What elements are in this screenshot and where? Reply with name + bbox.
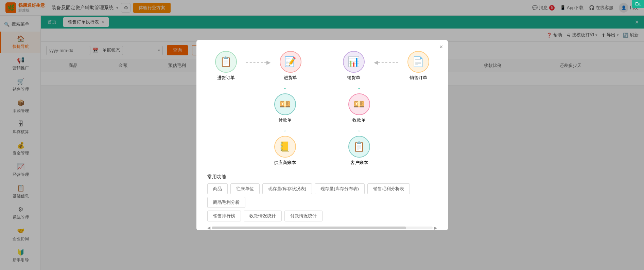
modal-scrollbar[interactable]: ◀ ▶	[207, 226, 437, 230]
flow-node-purchase-bill[interactable]: 📝 进货单	[272, 51, 309, 81]
common-functions-title: 常用功能	[207, 174, 437, 180]
purchase-order-circle: 📋	[215, 51, 237, 73]
btn-collection-stats[interactable]: 收款情况统计	[244, 211, 282, 221]
flow-node-purchase-order[interactable]: 📋 进货订单	[207, 51, 245, 81]
flow-node-customer-ledger[interactable]: 📋 客户账本	[341, 136, 378, 166]
receipt-icon: 💴	[353, 98, 365, 110]
flow-row-2: 💴 付款单 💴 收款单	[207, 91, 437, 126]
common-buttons-row-2: 销售排行榜 收款情况统计 付款情况统计	[207, 211, 437, 221]
customer-ledger-circle: 📋	[348, 136, 370, 158]
supplier-ledger-label: 供应商账本	[274, 160, 296, 166]
receipt-circle: 💴	[348, 93, 370, 115]
purchase-order-icon: 📋	[220, 56, 232, 67]
customer-ledger-icon: 📋	[353, 141, 365, 152]
payment-circle: 💴	[274, 93, 296, 115]
modal-overlay[interactable]: × 📋 进货订单 ▶ 📝	[0, 0, 644, 270]
sales-bill-label: 销货单	[347, 75, 360, 81]
customer-ledger-label: 客户账本	[350, 160, 368, 166]
btn-stock-dist[interactable]: 现存量(库存分布表)	[315, 183, 365, 194]
sales-order-circle: 📄	[407, 51, 429, 73]
supplier-ledger-icon: 📒	[279, 141, 291, 152]
btn-sales-rank[interactable]: 销售排行榜	[207, 211, 241, 221]
modal-close-button[interactable]: ×	[439, 43, 443, 51]
flow-row-3: 📒 供应商账本 📋 客户账本	[207, 133, 437, 168]
common-functions-section: 常用功能 商品 往来单位 现存量(库存状况表) 现存量(库存分布表) 销售毛利分…	[207, 174, 437, 221]
supplier-ledger-circle: 📒	[274, 136, 296, 158]
arrow-right-1: ▶	[266, 59, 271, 66]
flow-node-receipt[interactable]: 💴 收款单	[341, 93, 378, 123]
arrow-left-1: ◀	[374, 59, 378, 66]
arrow-purchase-order-to-bill: ▶	[245, 59, 272, 66]
btn-stock-status[interactable]: 现存量(库存状况表)	[262, 183, 312, 194]
receipt-label: 收款单	[352, 117, 366, 123]
btn-sales-gross[interactable]: 销售毛利分析表	[367, 183, 410, 194]
payment-icon: 💴	[279, 98, 291, 110]
flow-row-1: 📋 进货订单 ▶ 📝 进货单	[207, 48, 437, 84]
flow-arrows-row: ↓ ↓	[207, 84, 437, 91]
flow-node-supplier-ledger[interactable]: 📒 供应商账本	[266, 136, 304, 166]
scroll-thumb[interactable]	[212, 227, 406, 229]
flow-node-sales-bill[interactable]: 📊 销货单	[335, 51, 372, 81]
scroll-right-arrow[interactable]: ▶	[434, 226, 437, 230]
sales-bill-icon: 📊	[348, 56, 360, 67]
scroll-track[interactable]	[212, 227, 433, 229]
ea-badge: Ea	[632, 0, 644, 8]
sales-bill-circle: 📊	[343, 51, 365, 73]
btn-payment-stats[interactable]: 付款情况统计	[284, 211, 323, 221]
flow-arrows-row-2: ↓ ↓	[207, 126, 437, 133]
dashed-line-1	[246, 62, 266, 63]
modal: × 📋 进货订单 ▶ 📝	[196, 40, 448, 230]
purchase-bill-icon: 📝	[284, 56, 296, 67]
scroll-left-arrow[interactable]: ◀	[207, 226, 210, 230]
purchase-bill-circle: 📝	[280, 51, 301, 73]
sales-order-icon: 📄	[412, 56, 424, 67]
payment-label: 付款单	[278, 117, 292, 123]
btn-product[interactable]: 商品	[207, 183, 228, 194]
arrow-sales-order-to-bill: ◀	[372, 59, 400, 66]
flow-node-payment[interactable]: 💴 付款单	[266, 93, 304, 123]
flow-node-sales-order[interactable]: 📄 销售订单	[400, 51, 437, 81]
flow-container: 📋 进货订单 ▶ 📝 进货单	[207, 48, 437, 168]
sales-order-label: 销售订单	[410, 75, 427, 81]
purchase-order-label: 进货订单	[217, 75, 235, 81]
purchase-bill-label: 进货单	[284, 75, 297, 81]
common-buttons-row-1: 商品 往来单位 现存量(库存状况表) 现存量(库存分布表) 销售毛利分析表 商品…	[207, 183, 437, 208]
dashed-line-2	[378, 62, 398, 63]
btn-partner[interactable]: 往来单位	[230, 183, 260, 194]
btn-product-gross[interactable]: 商品毛利分析	[207, 197, 245, 208]
